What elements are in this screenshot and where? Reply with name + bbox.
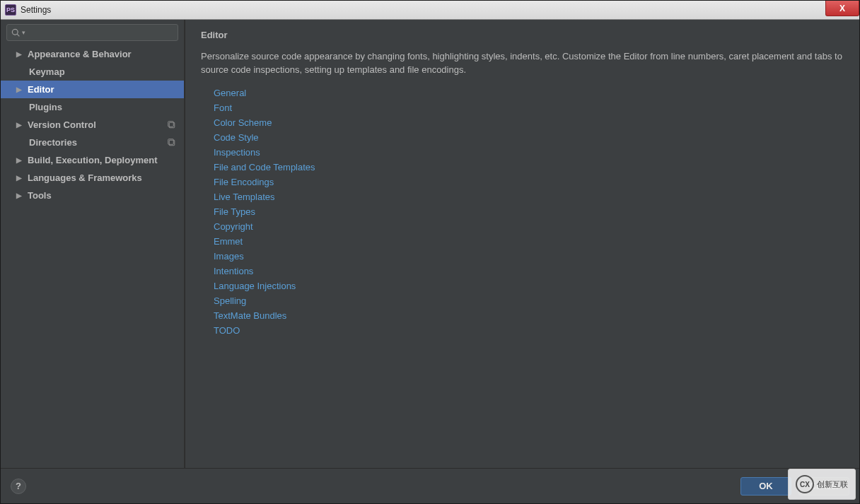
window-title: Settings — [21, 5, 51, 15]
search-input[interactable]: ▾ — [6, 24, 178, 41]
app-icon: PS — [5, 4, 16, 16]
sidebar-item-label: Languages & Frameworks — [28, 172, 142, 183]
editor-link-images[interactable]: Images — [214, 249, 844, 264]
editor-link-file-encodings[interactable]: File Encodings — [214, 175, 844, 189]
editor-link-file-and-code-templates[interactable]: File and Code Templates — [214, 160, 844, 175]
editor-link-general[interactable]: General — [214, 86, 844, 100]
sidebar-item-appearance-behavior[interactable]: ▶Appearance & Behavior — [1, 45, 184, 63]
sidebar-item-label: Tools — [28, 190, 52, 201]
editor-link-emmet[interactable]: Emmet — [214, 234, 844, 249]
sidebar-item-label: Plugins — [29, 102, 62, 112]
editor-link-spelling[interactable]: Spelling — [214, 293, 844, 308]
sidebar-item-directories[interactable]: Directories — [1, 134, 184, 151]
editor-link-todo[interactable]: TODO — [214, 323, 844, 338]
editor-link-color-scheme[interactable]: Color Scheme — [214, 115, 844, 130]
editor-link-font[interactable]: Font — [214, 100, 844, 115]
titlebar: PS Settings X — [1, 1, 859, 20]
expand-arrow-icon: ▶ — [16, 121, 22, 129]
sidebar-item-label: Editor — [28, 84, 54, 95]
expand-arrow-icon: ▶ — [16, 192, 22, 199]
expand-arrow-icon: ▶ — [16, 50, 22, 58]
editor-link-code-style[interactable]: Code Style — [214, 130, 844, 145]
editor-link-copyright[interactable]: Copyright — [214, 219, 844, 234]
search-dropdown-icon: ▾ — [22, 29, 25, 36]
settings-window: PS Settings X ▾ ▶Appearance & BehaviorKe… — [0, 0, 860, 504]
project-scope-icon — [167, 138, 177, 148]
settings-tree: ▶Appearance & BehaviorKeymap▶EditorPlugi… — [1, 45, 184, 468]
page-description: Personalize source code appearance by ch… — [201, 50, 844, 77]
expand-arrow-icon: ▶ — [16, 86, 22, 93]
sidebar-item-version-control[interactable]: ▶Version Control — [1, 116, 184, 134]
sidebar-item-tools[interactable]: ▶Tools — [1, 187, 184, 204]
editor-link-inspections[interactable]: Inspections — [214, 145, 844, 160]
close-button[interactable]: X — [825, 1, 859, 16]
editor-link-live-templates[interactable]: Live Templates — [214, 189, 844, 204]
sidebar-item-label: Build, Execution, Deployment — [28, 155, 157, 165]
sidebar-item-keymap[interactable]: Keymap — [1, 63, 184, 81]
sidebar-item-editor[interactable]: ▶Editor — [1, 81, 184, 98]
sidebar-item-build-execution-deployment[interactable]: ▶Build, Execution, Deployment — [1, 151, 184, 169]
page-title: Editor — [201, 30, 844, 40]
sidebar-item-label: Appearance & Behavior — [28, 49, 132, 59]
expand-arrow-icon: ▶ — [16, 174, 22, 182]
editor-link-textmate-bundles[interactable]: TextMate Bundles — [214, 308, 844, 323]
editor-link-language-injections[interactable]: Language Injections — [214, 279, 844, 293]
sidebar-item-label: Keymap — [29, 66, 65, 77]
sidebar: ▾ ▶Appearance & BehaviorKeymap▶EditorPlu… — [1, 20, 185, 468]
editor-link-intentions[interactable]: Intentions — [214, 264, 844, 279]
editor-link-file-types[interactable]: File Types — [214, 204, 844, 219]
watermark: CX 创新互联 — [788, 469, 856, 500]
watermark-logo: CX — [796, 475, 814, 493]
sidebar-item-label: Directories — [29, 137, 77, 148]
expand-arrow-icon: ▶ — [16, 156, 22, 164]
editor-links: GeneralFontColor SchemeCode StyleInspect… — [214, 86, 844, 338]
sidebar-item-languages-frameworks[interactable]: ▶Languages & Frameworks — [1, 169, 184, 187]
project-scope-icon — [167, 120, 177, 130]
sidebar-item-plugins[interactable]: Plugins — [1, 98, 184, 116]
sidebar-item-label: Version Control — [28, 119, 96, 130]
window-body: ▾ ▶Appearance & BehaviorKeymap▶EditorPlu… — [1, 20, 859, 503]
footer: ? OK Cancel — [1, 468, 859, 503]
main-panel: Editor Personalize source code appearanc… — [185, 20, 859, 468]
ok-button[interactable]: OK — [740, 477, 791, 496]
watermark-text: 创新互联 — [817, 481, 848, 488]
search-wrap: ▾ — [1, 24, 184, 45]
help-button[interactable]: ? — [11, 479, 26, 494]
search-icon — [11, 28, 21, 37]
content-area: ▾ ▶Appearance & BehaviorKeymap▶EditorPlu… — [1, 20, 859, 468]
